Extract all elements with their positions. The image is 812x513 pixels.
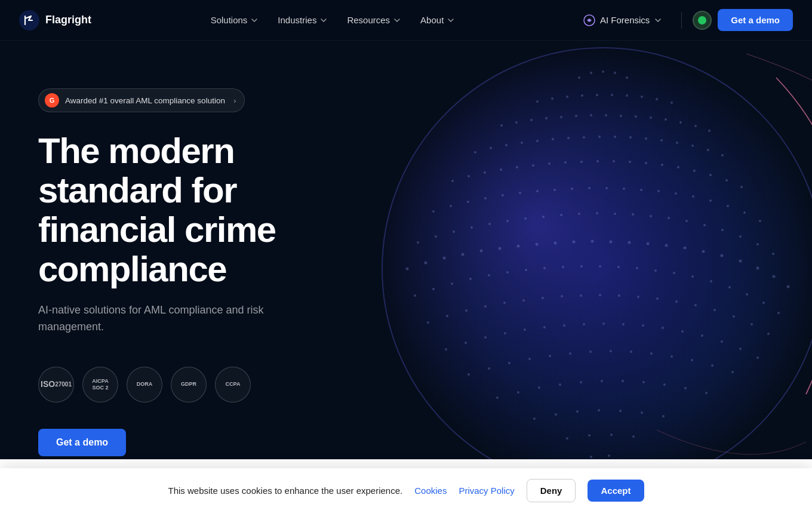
gdpr-badge: GDPR [171,367,207,403]
svg-point-136 [432,288,435,290]
svg-point-51 [707,149,709,151]
svg-point-4 [382,48,812,490]
industries-nav-btn[interactable]: Industries [269,10,336,30]
svg-point-195 [528,358,531,360]
cert-badges: ISO27001 AICPASOC 2 DORA GDPR CCPA [38,367,344,403]
svg-point-60 [564,161,567,164]
svg-point-153 [746,293,748,296]
svg-point-23 [530,119,533,121]
solutions-nav-btn[interactable]: Solutions [202,10,267,30]
svg-point-220 [598,409,600,411]
svg-point-16 [611,94,613,96]
svg-point-124 [610,241,613,244]
svg-point-191 [756,357,759,359]
svg-point-192 [467,373,470,376]
globe-indicator-inner [698,16,706,24]
svg-point-31 [650,116,652,119]
svg-point-134 [787,285,790,288]
resources-nav-btn[interactable]: Resources [339,10,410,30]
svg-point-189 [721,340,723,343]
svg-point-182 [583,323,585,325]
about-nav-btn[interactable]: About [412,10,463,30]
svg-point-158 [465,309,467,312]
hero-cta-button[interactable]: Get a demo [38,429,126,456]
svg-point-143 [562,266,564,268]
svg-point-108 [703,224,706,226]
svg-point-106 [668,217,670,219]
g2-badge: G [45,93,59,107]
svg-point-216 [705,392,708,394]
svg-point-170 [694,304,697,306]
svg-point-176 [465,342,467,344]
svg-point-155 [777,312,780,314]
svg-point-73 [450,205,452,207]
svg-point-212 [622,380,624,382]
svg-point-147 [636,267,638,269]
svg-point-82 [605,187,608,189]
iso-badge: ISO27001 [38,367,74,403]
svg-point-162 [542,297,544,299]
svg-point-227 [632,435,635,438]
svg-point-79 [553,189,556,191]
chevron-down-icon [319,16,328,24]
language-selector[interactable] [693,11,712,30]
svg-point-50 [691,145,694,147]
svg-point-122 [573,241,576,244]
svg-point-199 [610,350,612,352]
svg-point-197 [569,352,571,355]
svg-point-39 [521,142,523,144]
svg-point-221 [619,410,622,412]
svg-point-137 [451,282,453,285]
svg-point-98 [524,217,527,220]
svg-point-172 [733,315,735,318]
privacy-policy-link[interactable]: Privacy Policy [459,486,514,496]
accept-button[interactable]: Accept [588,480,644,502]
svg-point-107 [685,220,688,222]
svg-point-163 [561,295,563,297]
svg-point-214 [663,383,666,386]
svg-point-91 [759,220,761,222]
svg-point-27 [590,114,592,116]
cookies-link[interactable]: Cookies [414,486,447,496]
svg-point-215 [684,387,687,389]
hero-subtitle: AI-native solutions for AML compliance a… [38,302,325,336]
deny-button[interactable]: Deny [527,479,576,502]
svg-point-174 [767,333,770,335]
svg-point-200 [630,351,632,353]
svg-point-2 [588,19,590,21]
svg-point-209 [559,383,561,386]
svg-point-166 [618,294,620,297]
nav-logo[interactable]: Flagright [19,10,91,30]
svg-point-159 [484,305,487,308]
svg-point-104 [632,213,634,216]
svg-point-121 [554,242,557,245]
award-badge[interactable]: G Awarded #1 overall AML compliance solu… [38,88,245,112]
svg-point-93 [435,235,437,238]
svg-point-196 [549,355,551,357]
svg-point-34 [694,125,697,127]
svg-point-156 [427,321,429,324]
svg-point-14 [581,94,583,97]
svg-point-228 [590,456,592,458]
ai-forensics-btn[interactable]: AI Forensics [574,9,670,32]
svg-point-94 [453,231,455,233]
svg-point-217 [533,417,536,420]
chevron-down-icon [393,16,401,24]
svg-point-84 [640,189,642,191]
badge-arrow-icon: › [233,96,236,105]
svg-point-115 [443,257,446,260]
svg-point-203 [691,359,693,361]
svg-point-150 [691,275,694,278]
get-demo-nav-button[interactable]: Get a demo [718,9,793,31]
svg-point-141 [525,269,527,271]
svg-point-61 [580,161,583,163]
flagright-logo-icon [19,10,39,30]
svg-point-96 [488,223,491,225]
svg-point-194 [508,362,510,364]
svg-point-185 [642,324,644,327]
svg-point-208 [538,386,540,389]
svg-point-72 [432,210,435,213]
svg-point-7 [614,72,616,74]
svg-point-63 [613,160,615,162]
svg-point-95 [470,226,473,229]
